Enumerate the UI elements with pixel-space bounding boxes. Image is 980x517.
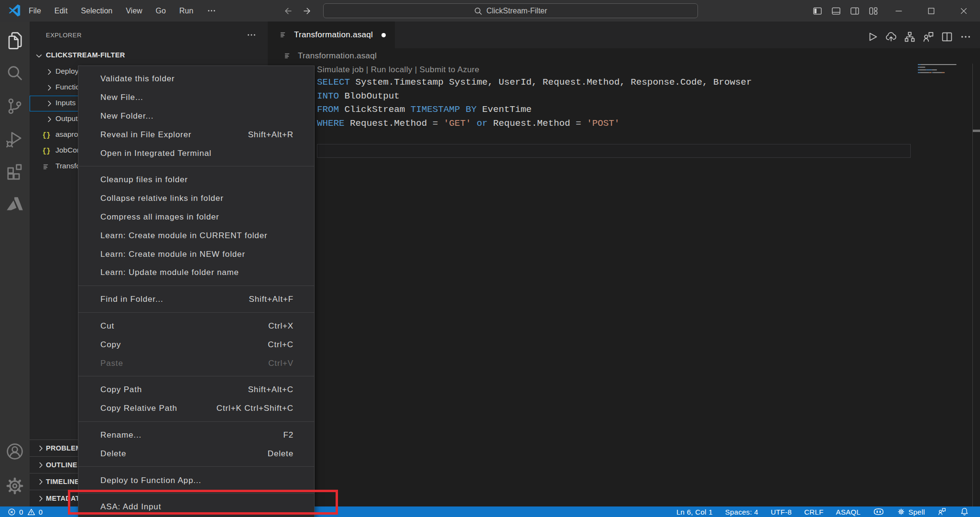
status-copilot[interactable]: [867, 506, 891, 517]
split-editor-button[interactable]: [941, 31, 953, 43]
menu-item-shortcut: Shift+Alt+F: [249, 295, 294, 304]
menu-item-validate-this-folder[interactable]: Validate this folder: [78, 70, 314, 88]
modified-dot-icon[interactable]: [381, 33, 386, 37]
person-feedback-icon-sm: [937, 507, 947, 517]
menu-item-find-in-folder[interactable]: Find in Folder...Shift+Alt+F: [78, 290, 314, 309]
code-token: ClickStream: [339, 104, 411, 115]
toggle-secondary-sidebar-button[interactable]: [849, 6, 860, 16]
activitybar-extensions-button[interactable]: [0, 157, 30, 187]
activitybar-source-control-button[interactable]: [0, 91, 30, 121]
menu-separator: [78, 376, 314, 376]
status-feedback[interactable]: [931, 506, 954, 517]
chevron-right-icon: [45, 84, 54, 92]
menu-item-label: New Folder...: [100, 111, 153, 121]
menu-item-learn-create-module-in-new-folder[interactable]: Learn: Create module in NEW folder: [78, 245, 314, 264]
minimize-button[interactable]: [882, 0, 915, 22]
title-bar: FileEditSelectionViewGoRun ClickStream-F…: [0, 0, 980, 22]
codelens-link[interactable]: Submit to Azure: [420, 65, 479, 74]
status-indentation[interactable]: Spaces: 4: [719, 506, 764, 517]
menu-item-learn-update-module-folder-name[interactable]: Learn: Update module folder name: [78, 264, 314, 282]
json-file-icon: {}: [42, 147, 51, 155]
bell-icon: [960, 507, 970, 517]
editor-actions: [866, 23, 980, 50]
overview-ruler-cursor-mark: [973, 130, 980, 132]
menubar-item-edit[interactable]: Edit: [48, 0, 75, 22]
submit-to-azure-button[interactable]: [885, 31, 897, 43]
menu-item-collapse-relative-links-in-folder[interactable]: Collapse relative links in folder: [78, 189, 314, 208]
menubar-item-go[interactable]: Go: [149, 0, 173, 22]
menu-item-shortcut: F2: [283, 430, 294, 440]
menubar-item-view[interactable]: View: [119, 0, 149, 22]
menu-item-cut[interactable]: CutCtrl+X: [78, 317, 314, 336]
activitybar-run-and-debug-button[interactable]: [0, 124, 30, 154]
menu-item-learn-create-module-in-current-folder[interactable]: Learn: Create module in CURRENT folder: [78, 226, 314, 245]
errors-count[interactable]: 0: [8, 508, 23, 516]
tree-root-folder[interactable]: CLICKSTREAM-FILTER: [30, 48, 268, 64]
menubar-item-selection[interactable]: Selection: [74, 0, 119, 22]
menu-item-shortcut: Ctrl+K Ctrl+Shift+C: [217, 404, 294, 413]
menu-item-open-in-integrated-terminal[interactable]: Open in Integrated Terminal: [78, 144, 314, 163]
go-forward-button[interactable]: [302, 6, 312, 16]
command-center-search[interactable]: ClickStream-Filter: [323, 3, 698, 18]
status-encoding[interactable]: UTF-8: [764, 506, 798, 517]
code-editor[interactable]: Simulate job | Run locally | Submit to A…: [268, 64, 980, 506]
codelens-link[interactable]: Run locally: [371, 65, 413, 74]
menu-item-delete[interactable]: DeleteDelete: [78, 444, 314, 463]
menu-item-copy-relative-path[interactable]: Copy Relative PathCtrl+K Ctrl+Shift+C: [78, 399, 314, 418]
window-controls: [882, 0, 980, 22]
code-token: System.Timestamp Systime, UserId, Reques…: [350, 77, 752, 88]
menu-item-copy[interactable]: CopyCtrl+C: [78, 335, 314, 354]
tab-transformation-asaql[interactable]: Transformation.asaql: [268, 22, 395, 48]
status-spell-checker[interactable]: Spell: [891, 506, 931, 517]
run-query-button[interactable]: [866, 31, 879, 43]
problems-status[interactable]: 00: [8, 506, 43, 517]
status-end-of-line[interactable]: CRLF: [798, 506, 829, 517]
minimap[interactable]: [911, 64, 973, 92]
chevron-down-icon: [35, 52, 43, 60]
activitybar-search-button[interactable]: [0, 59, 30, 88]
tree-item-label: Inputs: [55, 99, 76, 107]
menubar-item-file[interactable]: File: [22, 0, 48, 22]
more-actions-button[interactable]: [959, 31, 972, 43]
activitybar-accounts-button[interactable]: [0, 437, 30, 466]
menu-item-new-folder[interactable]: New Folder...: [78, 107, 314, 126]
activitybar-settings-button[interactable]: [0, 471, 30, 501]
go-back-button[interactable]: [283, 6, 294, 16]
codelens-link[interactable]: Simulate job: [317, 65, 364, 74]
menu-item-cleanup-files-in-folder[interactable]: Cleanup files in folder: [78, 171, 314, 189]
menubar: FileEditSelectionViewGoRun: [22, 0, 223, 22]
code-line-3: FROM ClickStream TIMESTAMP BY EventTime: [317, 103, 980, 117]
menu-item-label: Paste: [100, 359, 123, 368]
menu-item-label: Reveal in File Explorer: [100, 130, 192, 140]
job-diagram-button[interactable]: [904, 31, 916, 43]
codelens-separator: |: [364, 65, 371, 74]
breadcrumbs[interactable]: Transformation.asaql: [268, 48, 980, 64]
code-token: or: [477, 118, 488, 129]
activitybar-explorer-button[interactable]: [0, 26, 30, 55]
toggle-primary-sidebar-button[interactable]: [812, 6, 823, 16]
menu-item-deploy-to-function-app[interactable]: Deploy to Function App...: [78, 471, 314, 490]
search-icon: [474, 7, 482, 15]
status-cursor-position[interactable]: Ln 6, Col 1: [670, 506, 719, 517]
menubar-more-button[interactable]: [200, 6, 223, 16]
customize-layout-button[interactable]: [868, 6, 879, 16]
toggle-panel-button[interactable]: [831, 6, 841, 16]
status-notifications[interactable]: [954, 506, 976, 517]
menubar-item-run[interactable]: Run: [173, 0, 200, 22]
status-language-mode[interactable]: ASAQL: [830, 506, 867, 517]
menu-item-rename[interactable]: Rename...F2: [78, 426, 314, 445]
close-button[interactable]: [947, 0, 980, 22]
chevron-right-icon: [37, 478, 45, 486]
maximize-button[interactable]: [915, 0, 947, 22]
menu-item-reveal-in-file-explorer[interactable]: Reveal in File ExplorerShift+Alt+R: [78, 125, 314, 144]
menu-item-compress-all-images-in-folder[interactable]: Compress all images in folder: [78, 208, 314, 227]
menu-item-copy-path[interactable]: Copy PathShift+Alt+C: [78, 381, 314, 399]
breadcrumb-item[interactable]: Transformation.asaql: [298, 51, 377, 61]
share-feedback-button[interactable]: [922, 31, 935, 43]
menu-item-new-file[interactable]: New File...: [78, 88, 314, 107]
menu-item-label: Cut: [100, 321, 114, 331]
explorer-more-actions-button[interactable]: [247, 30, 256, 40]
menu-item-label: Collapse relative links in folder: [100, 194, 224, 203]
activitybar-azure-button[interactable]: [0, 189, 30, 219]
warnings-count[interactable]: 0: [27, 508, 43, 516]
